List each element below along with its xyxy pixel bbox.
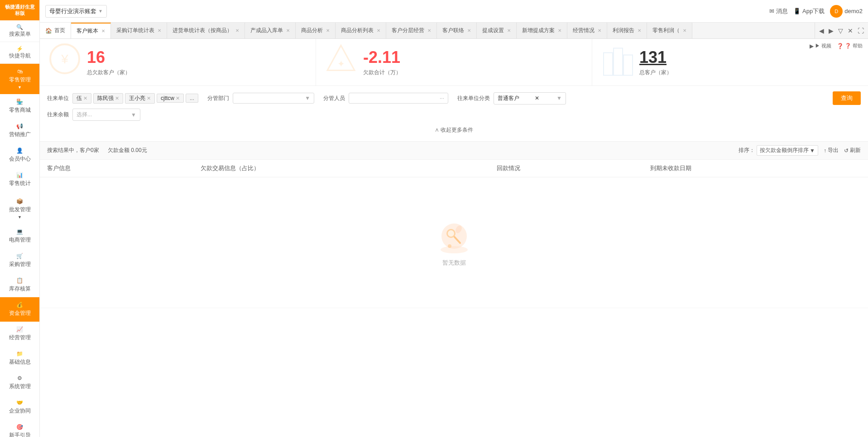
- sidebar-item-base-info[interactable]: 📁 基础信息: [0, 346, 39, 370]
- sidebar-item-quick-nav[interactable]: ⚡ 快捷导航: [0, 42, 39, 64]
- tab-close-inbound-stat[interactable]: ✕: [235, 28, 239, 33]
- filter-tag-wu[interactable]: 伍 ✕: [72, 93, 91, 104]
- tab-customer-segment[interactable]: 客户分层经营 ✕: [386, 23, 437, 38]
- sys-mgmt-icon: ⚙: [17, 375, 22, 381]
- tag-close-chen[interactable]: ✕: [115, 95, 119, 101]
- tag-close-category[interactable]: ✕: [535, 95, 539, 101]
- table-header-row: 客户信息 欠款交易信息（占比） 回款情况 到期未收款日期: [40, 160, 868, 177]
- filter-tag-wang[interactable]: 王小亮 ✕: [125, 93, 155, 104]
- tabbar: 🏠 首页 客户账本 ✕ 采购订单统计表 ✕ 进货单统计表（按商品） ✕ 产成品入…: [40, 23, 868, 39]
- tab-close-product-analysis-list[interactable]: ✕: [377, 28, 380, 33]
- tab-close-retail-profit[interactable]: ✕: [683, 28, 686, 33]
- person-select-dots: ···: [440, 95, 444, 101]
- message-button[interactable]: ✉ 消息: [769, 7, 788, 15]
- balance-arrow: ▼: [131, 112, 136, 118]
- filter-tag-cjttcw[interactable]: cjttcw ✕: [157, 94, 184, 103]
- tab-close-all-icon[interactable]: ✕: [846, 27, 854, 34]
- new-guide-icon: 🎯: [16, 424, 23, 430]
- tab-close-profit-report[interactable]: ✕: [638, 28, 641, 33]
- sidebar-item-search[interactable]: 🔍 搜索菜单: [0, 20, 39, 42]
- query-button[interactable]: 查询: [833, 91, 861, 105]
- tab-close-product-analysis[interactable]: ✕: [326, 28, 330, 33]
- main-area: 母婴行业演示账套 ▼ ✉ 消息 📱 App下载 D demo2 🏠 首页: [40, 0, 868, 437]
- tab-next-arrow[interactable]: ▶: [827, 27, 835, 34]
- tab-profit-report[interactable]: 利润报告 ✕: [607, 23, 647, 38]
- sidebar-item-retail-stat[interactable]: 📊 零售统计: [0, 167, 39, 192]
- sort-select[interactable]: 按欠款金额倒序排序 ▼: [757, 145, 818, 156]
- sidebar-item-marketing[interactable]: 📢 营销推广: [0, 119, 39, 143]
- sidebar-item-member-center[interactable]: 👤 会员中心: [0, 143, 39, 167]
- col-customer-info: 客户信息: [40, 160, 193, 177]
- filter-tag-more[interactable]: ...: [186, 94, 198, 103]
- refresh-icon: ↺: [844, 147, 849, 154]
- tab-close-new-raise[interactable]: ✕: [558, 28, 561, 33]
- tab-customer-contact[interactable]: 客户联络 ✕: [437, 23, 477, 38]
- tab-inbound-stat[interactable]: 进货单统计表（按商品） ✕: [167, 23, 245, 38]
- tab-operation[interactable]: 经营情况 ✕: [567, 23, 607, 38]
- tab-accounts[interactable]: 客户账本 ✕: [71, 23, 111, 38]
- tab-close-raise-settings[interactable]: ✕: [507, 28, 511, 33]
- sidebar-item-enterprise[interactable]: 🤝 企业协同: [0, 395, 39, 419]
- sort-arrow-icon: ▼: [810, 147, 815, 154]
- sidebar-item-batch-mgmt[interactable]: 📦 批发管理 ▼: [0, 194, 39, 224]
- stat-bg-icon-3: [601, 46, 633, 79]
- tab-product-analysis[interactable]: 商品分析 ✕: [296, 23, 336, 38]
- overdue-customers-number: 16: [87, 48, 130, 67]
- tab-raise-settings[interactable]: 提成设置 ✕: [477, 23, 517, 38]
- account-selector[interactable]: 母婴行业演示账套 ▼: [45, 5, 107, 18]
- category-filter-select[interactable]: 普通客户 ✕ ▼: [494, 92, 566, 104]
- tag-close-cjttcw[interactable]: ✕: [176, 95, 180, 101]
- sidebar-item-retail-mall[interactable]: 🏪 零售商城: [0, 94, 39, 119]
- filter-tag-chen[interactable]: 陈民强 ✕: [93, 93, 123, 104]
- tab-fullscreen-icon[interactable]: ⛶: [856, 27, 865, 34]
- tab-close-product-inbound[interactable]: ✕: [286, 28, 290, 33]
- home-icon: 🏠: [45, 28, 52, 34]
- retail-mgmt-icon: 🛍: [17, 68, 23, 75]
- person-filter-select[interactable]: ···: [349, 93, 448, 104]
- tag-close-wu[interactable]: ✕: [83, 95, 87, 101]
- svg-point-10: [448, 230, 454, 237]
- sidebar: 畅捷通好生意 标版 🔍 搜索菜单 ⚡ 快捷导航 🛍 零售管理 ▼ 🏪 零售商城 …: [0, 0, 40, 437]
- tab-expand-icon[interactable]: ▽: [837, 27, 844, 34]
- svg-rect-6: [623, 55, 633, 75]
- refresh-button[interactable]: ↺ 刷新: [844, 147, 861, 154]
- sidebar-item-ecommerce[interactable]: 💻 电商管理: [0, 224, 39, 248]
- tab-prev-arrow[interactable]: ◀: [818, 27, 825, 34]
- sidebar-item-sys-mgmt[interactable]: ⚙ 系统管理: [0, 370, 39, 395]
- sidebar-item-operation[interactable]: 📈 经营管理: [0, 322, 39, 346]
- sidebar-item-purchase[interactable]: 🛒 采购管理: [0, 248, 39, 273]
- dept-select-arrow: ▼: [305, 95, 310, 101]
- app-logo: 畅捷通好生意 标版: [0, 0, 39, 20]
- export-button[interactable]: ↑ 导出: [824, 147, 839, 154]
- tab-close-customer-segment[interactable]: ✕: [427, 28, 431, 33]
- tab-navigation-arrows: ◀ ▶ ▽ ✕ ⛶: [815, 23, 868, 38]
- dept-filter-select[interactable]: ▼: [233, 93, 314, 104]
- balance-filter-select[interactable]: 选择... ▼: [72, 109, 140, 121]
- svg-text:✦: ✦: [337, 58, 345, 68]
- col-repayment: 回款情况: [489, 160, 643, 177]
- tab-close-accounts[interactable]: ✕: [101, 28, 105, 33]
- user-avatar-button[interactable]: D demo2: [830, 5, 863, 18]
- total-customers-number: 131: [639, 48, 672, 67]
- overdue-amount-number: -2.11: [363, 48, 401, 67]
- tab-close-operation[interactable]: ✕: [598, 28, 601, 33]
- quick-nav-icon: ⚡: [0, 46, 39, 52]
- collapse-button[interactable]: ∧ 收起更多条件: [429, 124, 479, 136]
- tab-new-raise[interactable]: 新增提成方案 ✕: [517, 23, 567, 38]
- sidebar-item-new-guide[interactable]: 🎯 新手引导: [0, 419, 39, 437]
- tab-product-inbound[interactable]: 产成品入库单 ✕: [245, 23, 296, 38]
- tab-purchase-order-stat[interactable]: 采购订单统计表 ✕: [111, 23, 167, 38]
- tab-product-analysis-list[interactable]: 商品分析列表 ✕: [336, 23, 386, 38]
- sidebar-item-inventory[interactable]: 📋 库存核算: [0, 273, 39, 297]
- arrow-icon-2: ▼: [18, 215, 22, 219]
- ecommerce-icon: 💻: [16, 228, 23, 235]
- tab-close-purchase-order-stat[interactable]: ✕: [158, 28, 161, 33]
- tab-home[interactable]: 🏠 首页: [40, 23, 71, 38]
- col-overdue-info: 欠款交易信息（占比）: [193, 160, 489, 177]
- sidebar-item-retail-mgmt[interactable]: 🛍 零售管理 ▼: [0, 64, 39, 94]
- app-download-button[interactable]: 📱 App下载: [793, 7, 825, 15]
- tab-retail-profit[interactable]: 零售利润（ ✕: [647, 23, 692, 38]
- tab-close-customer-contact[interactable]: ✕: [467, 28, 471, 33]
- sidebar-item-finance[interactable]: 💰 资金管理: [0, 297, 39, 322]
- tag-close-wang[interactable]: ✕: [147, 95, 151, 101]
